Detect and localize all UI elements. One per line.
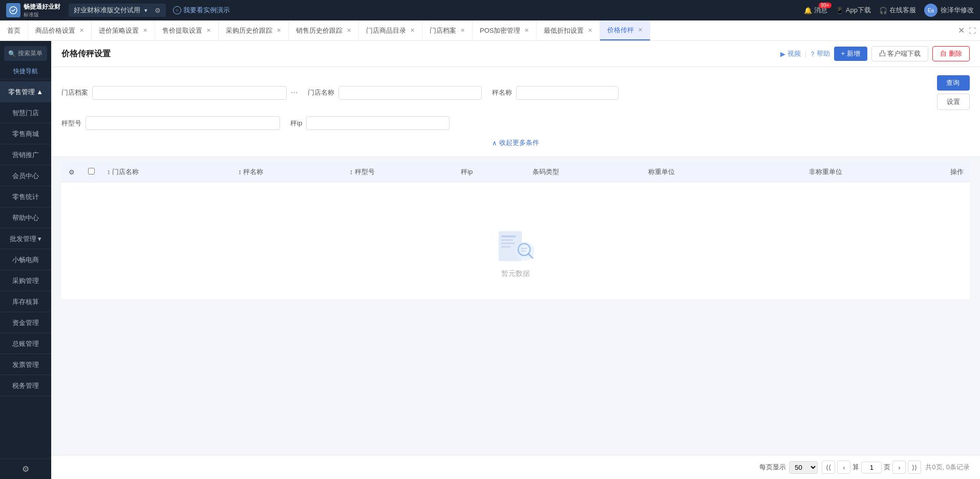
collapse-up-icon: ∧ — [492, 139, 497, 147]
tab-store-catalog[interactable]: 门店商品目录 ✕ — [359, 20, 422, 40]
tab-purchase-history[interactable]: 采购历史价跟踪 ✕ — [219, 20, 289, 40]
sidebar-item-ledger[interactable]: 总账管理 — [0, 333, 51, 354]
close-tab-icon[interactable]: ✕ — [958, 26, 965, 35]
svg-rect-9 — [521, 248, 527, 249]
empty-illustration — [490, 223, 541, 269]
set-button[interactable]: 设置 — [937, 94, 970, 110]
collapse-button[interactable]: ∧ 收起更多条件 — [492, 138, 539, 147]
col-scale-name[interactable]: ↕ 秤名称 — [232, 162, 344, 182]
per-page-select[interactable]: 50 10 20 100 — [789, 461, 818, 474]
sidebar-item-retail[interactable]: 零售管理 ▲ — [0, 81, 51, 102]
page-unit: 页 — [884, 463, 890, 472]
question-icon: ? — [811, 50, 814, 58]
version-selector[interactable]: 好业财标准版交付试用 ▾ ⚙ — [69, 4, 166, 17]
first-page-button[interactable]: ⟨⟨ — [822, 461, 835, 474]
more-options-icon[interactable]: ··· — [291, 88, 297, 97]
sidebar-item-marketing[interactable]: 营销推广 — [0, 144, 51, 165]
select-all-checkbox[interactable] — [88, 168, 95, 175]
filter-area: 门店档案 ··· 门店名称 秤名称 查询 设置 — [51, 67, 980, 157]
tab-sales-history[interactable]: 销售历史价跟踪 ✕ — [289, 20, 359, 40]
tab-store-archive[interactable]: 门店档案 ✕ — [422, 20, 473, 40]
pagination: 每页显示 50 10 20 100 ⟨⟨ ‹ 算 页 › ⟩⟩ 共0页, 0条记… — [51, 455, 980, 479]
table-settings-icon[interactable]: ⚙ — [69, 168, 75, 176]
data-table: ⚙ ↕ 门店名称 ↕ 秤名称 ↕ 秤型号 — [61, 162, 970, 299]
filter-row-1: 门店档案 ··· 门店名称 秤名称 查询 设置 — [61, 75, 970, 110]
col-scale-type[interactable]: ↕ 秤型号 — [344, 162, 455, 182]
download-button[interactable]: 凸 客户端下载 — [871, 46, 929, 61]
sidebar-item-invoice[interactable]: 发票管理 — [0, 354, 51, 375]
selector-gear-icon[interactable]: ⚙ — [155, 7, 161, 14]
table-check-col[interactable] — [82, 162, 101, 182]
expand-tab-icon[interactable]: ⛶ — [969, 27, 976, 35]
tab-close-icon[interactable]: ✕ — [347, 27, 351, 34]
col-weight-unit: 称重单位 — [642, 162, 758, 182]
tab-close-icon[interactable]: ✕ — [588, 27, 592, 34]
tab-close-icon[interactable]: ✕ — [410, 27, 415, 34]
user-menu[interactable]: Ea 徐泽华修改 — [924, 4, 974, 17]
tab-purchase-strategy[interactable]: 进价策略设置 ✕ — [92, 20, 155, 40]
online-service-button[interactable]: 🎧 在线客服 — [879, 6, 916, 15]
page-header-actions: ▶ 视频 | ? 帮助 + 新增 凸 客户端下载 自 删除 — [780, 46, 970, 61]
settings-icon[interactable]: ⚙ — [22, 465, 29, 473]
sidebar-item-quick-nav[interactable]: 快捷导航 — [0, 64, 51, 79]
sidebar-item-inventory[interactable]: 库存核算 — [0, 291, 51, 312]
prev-page-button[interactable]: ‹ — [837, 461, 850, 474]
svg-rect-3 — [501, 239, 513, 241]
tab-home[interactable]: 首页 — [0, 20, 28, 40]
next-page-button[interactable]: › — [892, 461, 906, 474]
search-menu-button[interactable]: 🔍 搜索菜单 — [4, 46, 47, 61]
col-non-weight-unit: 非称重单位 — [758, 162, 894, 182]
tab-close-icon[interactable]: ✕ — [79, 27, 84, 34]
sidebar-item-tax[interactable]: 税务管理 — [0, 375, 51, 396]
last-page-button[interactable]: ⟩⟩ — [908, 461, 921, 474]
tab-close-icon[interactable]: ✕ — [276, 27, 281, 34]
page-number-input[interactable] — [861, 462, 882, 473]
sidebar-item-ecommerce[interactable]: 小畅电商 — [0, 249, 51, 270]
tab-price-scale[interactable]: 价格传秤 ✕ — [600, 20, 650, 40]
store-name-input[interactable] — [338, 86, 482, 100]
tab-sale-extract[interactable]: 售价提取设置 ✕ — [155, 20, 219, 40]
app-download-button[interactable]: 📱 App下载 — [836, 6, 871, 15]
video-link[interactable]: ▶ 视频 — [780, 49, 801, 58]
tab-close-icon[interactable]: ✕ — [206, 27, 211, 34]
sidebar-footer: ⚙ — [0, 459, 51, 479]
messages-button[interactable]: 🔔 消息 99+ — [804, 6, 827, 15]
scale-name-input[interactable] — [516, 86, 619, 100]
tab-min-discount[interactable]: 最低折扣设置 ✕ — [537, 20, 600, 40]
col-store-name[interactable]: ↕ 门店名称 — [101, 162, 232, 182]
tab-close-active-icon[interactable]: ✕ — [638, 27, 643, 33]
demo-link[interactable]: ○ 我要看实例演示 — [173, 6, 230, 15]
tab-pos-encryption[interactable]: POS加密管理 ✕ — [473, 20, 537, 40]
svg-rect-5 — [501, 246, 510, 248]
tab-goods-price[interactable]: 商品价格设置 ✕ — [28, 20, 92, 40]
messages-badge: 99+ — [819, 3, 832, 8]
search-icon: 🔍 — [8, 50, 16, 57]
svg-rect-4 — [501, 243, 515, 244]
sidebar-item-wholesale[interactable]: 批发管理 ▾ — [0, 228, 51, 249]
sidebar-item-purchase[interactable]: 采购管理 — [0, 270, 51, 291]
table-settings-col[interactable]: ⚙ — [61, 162, 82, 182]
sidebar-item-retail-mall[interactable]: 零售商城 — [0, 123, 51, 144]
empty-state-row: 暂元数据 — [61, 182, 970, 299]
empty-text: 暂元数据 — [501, 269, 530, 278]
scale-type-input[interactable] — [86, 116, 280, 130]
store-archive-input[interactable] — [92, 86, 287, 100]
content-area: 价格传秤设置 ▶ 视频 | ? 帮助 + 新增 凸 客户端下载 自 — [51, 41, 980, 479]
per-page-label: 每页显示 — [759, 463, 786, 472]
bell-icon: 🔔 — [804, 7, 812, 14]
tab-close-icon[interactable]: ✕ — [460, 27, 465, 34]
scale-ip-input[interactable] — [306, 116, 450, 130]
delete-button[interactable]: 自 删除 — [932, 46, 970, 61]
sidebar-item-retail-stats[interactable]: 零售统计 — [0, 186, 51, 207]
table-area: ⚙ ↕ 门店名称 ↕ 秤名称 ↕ 秤型号 — [51, 157, 980, 455]
help-link[interactable]: ? 帮助 — [811, 49, 829, 58]
sidebar-item-finance[interactable]: 资金管理 — [0, 312, 51, 333]
empty-state: 暂元数据 — [61, 182, 970, 299]
tab-close-icon[interactable]: ✕ — [143, 27, 147, 34]
sidebar-item-member[interactable]: 会员中心 — [0, 165, 51, 186]
sidebar-item-help[interactable]: 帮助中心 — [0, 207, 51, 228]
query-button[interactable]: 查询 — [937, 75, 970, 91]
sidebar-item-smart-store[interactable]: 智慧门店 — [0, 102, 51, 123]
add-button[interactable]: + 新增 — [834, 47, 867, 61]
tab-close-icon[interactable]: ✕ — [524, 27, 529, 34]
